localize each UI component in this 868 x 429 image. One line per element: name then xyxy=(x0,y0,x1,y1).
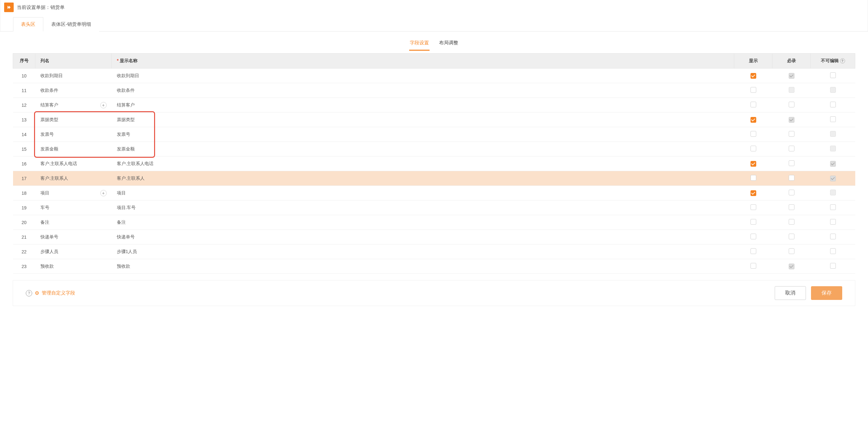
checkbox-show[interactable] xyxy=(750,263,756,269)
checkbox-readonly xyxy=(830,190,836,195)
cell-display-name[interactable]: 客户.主联系人电话 xyxy=(112,156,734,171)
cell-required xyxy=(773,113,811,127)
expand-panel-button[interactable] xyxy=(4,3,14,12)
cell-display-name[interactable]: 项目 xyxy=(112,186,734,200)
cell-seq: 12 xyxy=(13,98,35,113)
cell-readonly xyxy=(811,200,855,215)
cell-display-name[interactable]: 票据类型 xyxy=(112,113,734,127)
add-child-button[interactable]: + xyxy=(100,190,107,196)
checkbox-show[interactable] xyxy=(750,146,756,151)
checkbox-required[interactable] xyxy=(789,146,795,151)
checkbox-readonly xyxy=(830,131,836,137)
cell-display-name[interactable]: 结算客户 xyxy=(112,98,734,113)
checkbox-show[interactable] xyxy=(750,87,756,93)
cell-readonly xyxy=(811,215,855,230)
cell-display-name[interactable]: 预收款 xyxy=(112,259,734,274)
fields-table: 序号 列名 *显示名称 显示 必录 不可编辑? 10收款到期日收款到期日11收款… xyxy=(13,53,855,274)
checkbox-readonly[interactable] xyxy=(830,73,836,78)
col-header-show: 显示 xyxy=(734,54,773,68)
checkbox-required xyxy=(789,87,795,93)
cell-display-name[interactable]: 发票金额 xyxy=(112,142,734,156)
checkbox-required[interactable] xyxy=(789,175,795,181)
cell-required xyxy=(773,186,811,200)
checkbox-show[interactable] xyxy=(750,190,756,196)
checkbox-readonly[interactable] xyxy=(830,263,836,269)
save-button[interactable]: 保存 xyxy=(811,286,842,300)
checkbox-show[interactable] xyxy=(750,234,756,239)
checkbox-readonly[interactable] xyxy=(830,102,836,107)
cell-readonly xyxy=(811,171,855,186)
cell-seq: 10 xyxy=(13,68,35,83)
checkbox-show[interactable] xyxy=(750,175,756,181)
cell-required xyxy=(773,142,811,156)
cell-name: 步骤人员 xyxy=(35,245,112,259)
cell-required xyxy=(773,127,811,142)
help-icon[interactable]: ? xyxy=(840,58,845,63)
checkbox-required[interactable] xyxy=(789,204,795,210)
checkbox-show[interactable] xyxy=(750,248,756,254)
checkbox-readonly[interactable] xyxy=(830,116,836,122)
checkbox-required[interactable] xyxy=(789,190,795,195)
checkbox-show[interactable] xyxy=(750,131,756,137)
cell-show xyxy=(734,200,773,215)
tab-main-1[interactable]: 表体区-销货单明细 xyxy=(43,17,99,32)
cell-required xyxy=(773,156,811,171)
cell-required xyxy=(773,171,811,186)
cell-name: 票据类型 xyxy=(35,113,112,127)
checkbox-readonly[interactable] xyxy=(830,248,836,254)
cell-readonly xyxy=(811,127,855,142)
checkbox-required[interactable] xyxy=(789,102,795,107)
checkbox-readonly[interactable] xyxy=(830,234,836,239)
cell-name: 备注 xyxy=(35,215,112,230)
table-row: 10收款到期日收款到期日 xyxy=(13,68,855,83)
cell-seq: 15 xyxy=(13,142,35,156)
checkbox-required[interactable] xyxy=(789,248,795,254)
cell-seq: 18 xyxy=(13,186,35,200)
checkbox-required[interactable] xyxy=(789,234,795,239)
checkbox-show[interactable] xyxy=(750,161,756,167)
cell-name: 结算客户+ xyxy=(35,98,112,113)
checkbox-show[interactable] xyxy=(750,73,756,79)
col-header-required: 必录 xyxy=(773,54,811,68)
cell-display-name[interactable]: 备注 xyxy=(112,215,734,230)
cell-required xyxy=(773,83,811,98)
add-child-button[interactable]: + xyxy=(100,102,107,108)
cell-seq: 14 xyxy=(13,127,35,142)
checkbox-readonly[interactable] xyxy=(830,219,836,225)
cell-display-name[interactable]: 步骤1人员 xyxy=(112,245,734,259)
cell-name: 发票号 xyxy=(35,127,112,142)
col-header-readonly: 不可编辑? xyxy=(811,54,855,68)
cancel-button[interactable]: 取消 xyxy=(775,286,806,300)
checkbox-show[interactable] xyxy=(750,204,756,210)
checkbox-show[interactable] xyxy=(750,219,756,225)
manage-custom-fields-link[interactable]: 管理自定义字段 xyxy=(42,290,75,296)
cell-display-name[interactable]: 发票号 xyxy=(112,127,734,142)
cell-name: 收款条件 xyxy=(35,83,112,98)
cell-name: 预收款 xyxy=(35,259,112,274)
help-icon[interactable]: ? xyxy=(26,290,32,296)
checkbox-required[interactable] xyxy=(789,219,795,225)
tab-sub-1[interactable]: 布局调整 xyxy=(438,38,459,51)
cell-readonly xyxy=(811,68,855,83)
checkbox-show[interactable] xyxy=(750,117,756,123)
cell-display-name[interactable]: 收款到期日 xyxy=(112,68,734,83)
checkbox-required[interactable] xyxy=(789,160,795,166)
cell-readonly xyxy=(811,186,855,200)
tab-sub-0[interactable]: 字段设置 xyxy=(409,38,430,51)
checkbox-readonly[interactable] xyxy=(830,204,836,210)
cell-show xyxy=(734,98,773,113)
cell-show xyxy=(734,142,773,156)
cell-display-name[interactable]: 客户.主联系人 xyxy=(112,171,734,186)
checkbox-required[interactable] xyxy=(789,131,795,137)
checkbox-show[interactable] xyxy=(750,102,756,107)
table-row: 18项目+项目 xyxy=(13,186,855,200)
cell-display-name[interactable]: 收款条件 xyxy=(112,83,734,98)
cell-name: 快递单号 xyxy=(35,230,112,245)
cell-readonly xyxy=(811,259,855,274)
table-row: 20备注备注 xyxy=(13,215,855,230)
cell-display-name[interactable]: 项目.车号 xyxy=(112,200,734,215)
table-row: 16客户.主联系人电话客户.主联系人电话 xyxy=(13,156,855,171)
cell-display-name[interactable]: 快递单号 xyxy=(112,230,734,245)
table-row: 14发票号发票号 xyxy=(13,127,855,142)
tab-main-0[interactable]: 表头区 xyxy=(13,17,43,32)
